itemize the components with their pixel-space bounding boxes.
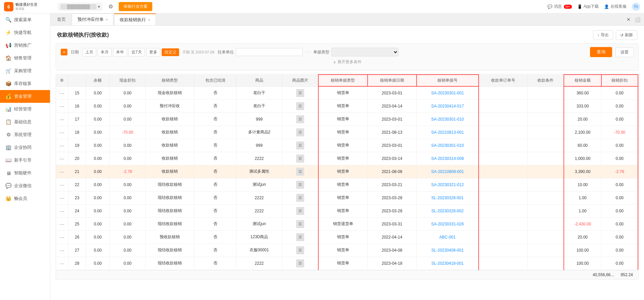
filter-settings-button[interactable]: 设置 xyxy=(615,47,634,57)
row-num-cell: 28 xyxy=(68,257,86,270)
row-writeoff-type-cell: 收款核销 xyxy=(146,152,194,165)
row-doc-date-cell: 2023-03-21 xyxy=(368,178,417,191)
row-receipt-cond-cell xyxy=(527,257,564,270)
tab-writeoff[interactable]: 收款核销执行 × xyxy=(114,13,156,25)
row-cash-discount-cell: -2.76 xyxy=(110,165,146,178)
table-row: — 25 0.00 0.00 现结收款核销 否 测试jun 🖼 销货退货单 20… xyxy=(56,217,638,230)
row-included-cell: 否 xyxy=(194,217,236,230)
row-doc-type-cell: 销货退货单 xyxy=(318,217,367,230)
sidebar-item-quick-nav[interactable]: ⚡快捷导航 xyxy=(0,26,50,39)
col-writeoff-amount: 核销金额 xyxy=(564,75,601,86)
row-doc-no-cell: SA-20230414-017 xyxy=(417,99,479,113)
row-amount-cell: 20.00 xyxy=(564,113,601,126)
query-button[interactable]: 查询 xyxy=(590,47,612,57)
row-product-cell: 老白干 xyxy=(236,99,282,113)
trial-button[interactable]: 体验行业方案 xyxy=(119,2,152,11)
maximize-window-btn[interactable]: ⬜ xyxy=(633,15,641,24)
row-num-cell: 26 xyxy=(68,230,86,244)
row-settings-cell: — xyxy=(56,230,68,244)
row-included-cell: 否 xyxy=(194,152,236,165)
row-discount-cell: 0.00 xyxy=(601,244,638,257)
close-tab2[interactable]: × xyxy=(148,18,150,22)
row-product-image-cell: 🖼 xyxy=(282,139,318,152)
col-settings[interactable]: ⚙ xyxy=(56,75,68,86)
row-product-cell: 999 xyxy=(236,139,282,152)
sidebar-item-enterprise[interactable]: 🏢企业协同 xyxy=(0,141,50,154)
sidebar-item-marketing[interactable]: 📢营销推广 xyxy=(0,39,50,52)
row-doc-date-cell: 2023-03-01 xyxy=(368,139,417,152)
expand-conditions[interactable]: ∨ 展开更多条件 xyxy=(61,57,634,67)
col-rownum xyxy=(68,75,86,86)
close-tab1[interactable]: × xyxy=(106,17,108,22)
col-writeoff-discount: 核销折扣 xyxy=(601,75,638,86)
col-product: 商品 xyxy=(236,75,282,86)
row-doc-date-cell: 2021-08-13 xyxy=(368,126,417,139)
sidebar-item-base-info[interactable]: 📋基础信息 xyxy=(0,116,50,128)
receipt-type-select[interactable] xyxy=(331,48,398,56)
app-logo-icon: 6 xyxy=(4,2,13,11)
sidebar-item-hardware[interactable]: 🖥智能硬件 xyxy=(0,167,50,179)
close-window-btn[interactable]: ✕ xyxy=(625,15,633,24)
row-product-cell: 多计量商品2 xyxy=(236,126,282,139)
sidebar-item-operations[interactable]: 📊经营管理 xyxy=(0,103,50,116)
filter-expand-button[interactable]: » xyxy=(61,49,67,55)
settings-button[interactable]: ⚙ xyxy=(106,2,115,11)
sidebar-label-funds: 资金管理 xyxy=(14,93,32,99)
online-service-action[interactable]: 👤 在线客服 xyxy=(604,4,627,9)
row-settings-cell: — xyxy=(56,86,68,99)
date-custom-btn[interactable]: 自定义 xyxy=(162,48,179,56)
sidebar: 🔍搜索菜单⚡快捷导航📢营销推广🏠销售管理🛒采购管理📦库存核算💰资金管理📊经营管理… xyxy=(0,13,50,300)
message-action[interactable]: 💬 消息 99+ xyxy=(547,4,572,9)
sidebar-item-purchase[interactable]: 🛒采购管理 xyxy=(0,65,50,77)
date-last-month[interactable]: 上月 xyxy=(82,48,96,56)
row-writeoff-type-cell: 收款核销 xyxy=(146,126,194,139)
sidebar-label-member: 畅会员 xyxy=(14,196,27,202)
date-last-7days[interactable]: 近7天 xyxy=(128,48,145,56)
app-download-action[interactable]: 📱 App下载 xyxy=(577,4,599,9)
export-button[interactable]: ↑ 导出 xyxy=(593,30,613,40)
tab-home[interactable]: 首页 xyxy=(52,13,71,25)
sidebar-item-funds[interactable]: 💰资金管理 xyxy=(0,90,50,103)
row-doc-type-cell: 销货单 xyxy=(318,99,367,113)
date-more[interactable]: 更多 xyxy=(146,48,160,56)
row-discount-cell: 0.00 xyxy=(601,99,638,113)
row-receipt-order-cell xyxy=(479,152,528,165)
sidebar-item-inventory[interactable]: 📦库存核算 xyxy=(0,77,50,90)
sidebar-item-search[interactable]: 🔍搜索菜单 xyxy=(0,13,50,26)
sidebar-item-sales[interactable]: 🏠销售管理 xyxy=(0,52,50,65)
row-balance-cell: 0.00 xyxy=(86,165,109,178)
row-balance-cell: 0.00 xyxy=(86,126,109,139)
row-discount-cell: 0.00 xyxy=(601,230,638,244)
row-balance-cell: 0.00 xyxy=(86,230,109,244)
service-icon: 👤 xyxy=(604,4,609,9)
refresh-button[interactable]: ↺ 刷新 xyxy=(616,30,637,40)
row-writeoff-type-cell: 收款核销 xyxy=(146,139,194,152)
tab-prepay[interactable]: 预付冲应付单 × xyxy=(72,13,113,25)
row-num-cell: 27 xyxy=(68,244,86,257)
col-included-settlement: 包含已结清 xyxy=(194,75,236,86)
row-product-image-cell: 🖼 xyxy=(282,230,318,244)
footer-discount: 952.24 xyxy=(621,272,633,277)
window-controls: ✕ ⬜ xyxy=(625,15,643,24)
table-row: — 27 0.00 0.00 现结收款核销 否 衣服00001 🖼 销货单 20… xyxy=(56,244,638,257)
date-this-year[interactable]: 本年 xyxy=(113,48,127,56)
user-profile[interactable]: Rit xyxy=(632,3,640,11)
sidebar-item-wechat[interactable]: 💬企业微信 xyxy=(0,179,50,192)
sidebar-item-guide[interactable]: 📖新手引导 xyxy=(0,154,50,167)
operations-icon: 📊 xyxy=(5,106,11,112)
row-product-image-cell: 🖼 xyxy=(282,165,318,178)
row-writeoff-type-cell: 收款核销 xyxy=(146,113,194,126)
row-doc-date-cell: 2023-03-31 xyxy=(368,217,417,230)
row-receipt-order-cell xyxy=(479,191,528,204)
page-title: 收款核销执行(按收款) xyxy=(57,32,109,39)
row-settings-cell: — xyxy=(56,152,68,165)
row-num-cell: 23 xyxy=(68,191,86,204)
from-unit-input[interactable] xyxy=(236,48,303,56)
company-selector[interactable]: ████████ ▾ xyxy=(58,3,103,11)
sidebar-item-system[interactable]: ⚙系统管理 xyxy=(0,128,50,141)
sidebar-item-member[interactable]: 👑畅会员 xyxy=(0,192,50,205)
row-balance-cell: 0.00 xyxy=(86,113,109,126)
wechat-icon: 💬 xyxy=(5,183,11,189)
row-doc-type-cell: 销货单 xyxy=(318,204,367,217)
date-this-month[interactable]: 本月 xyxy=(98,48,112,56)
